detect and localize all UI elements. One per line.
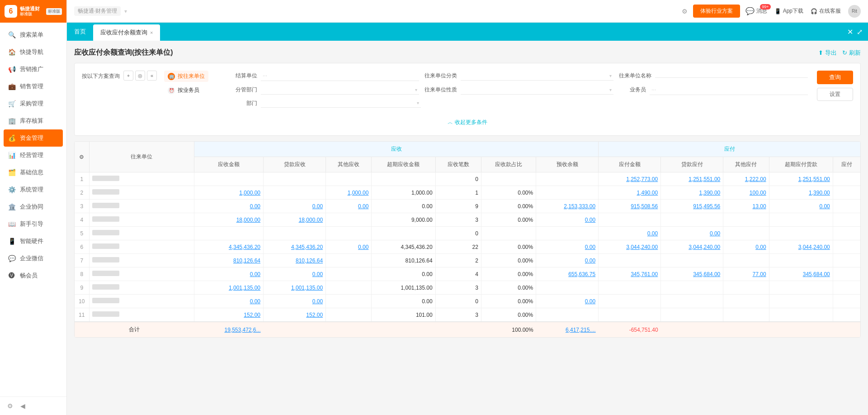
sidebar-item-corp[interactable]: 🏛️ 企业协同 bbox=[0, 198, 66, 215]
cell-link[interactable]: 0.00 bbox=[358, 203, 368, 210]
cell-link[interactable]: 0.00 bbox=[312, 271, 323, 277]
cell-link[interactable]: 100.00 bbox=[750, 190, 766, 196]
cell-link[interactable]: 0.00 bbox=[312, 298, 323, 305]
dept-label: 分管部门 bbox=[230, 86, 257, 94]
sidebar-item-sales[interactable]: 💼 销售管理 bbox=[0, 78, 66, 95]
branch-dept-input[interactable]: ▾ bbox=[261, 99, 421, 108]
cell-link[interactable]: 0.00 bbox=[250, 271, 260, 277]
refresh-button[interactable]: ↻ 刷新 bbox=[842, 49, 861, 57]
gear-icon[interactable]: ⚙ bbox=[682, 8, 688, 15]
cell-link[interactable]: 3,044,240.00 bbox=[798, 244, 830, 250]
settlement-unit-input[interactable]: ··· bbox=[261, 71, 419, 81]
cell-link[interactable]: 4,345,436.20 bbox=[229, 244, 260, 250]
cell-link[interactable]: 0.00 bbox=[358, 244, 368, 250]
tab-close-icon[interactable]: × bbox=[150, 30, 153, 35]
cell-link[interactable]: 3,044,240.00 bbox=[689, 244, 720, 250]
cell-link[interactable]: 1,001,135.00 bbox=[291, 285, 323, 291]
cell-link[interactable]: 1,390.00 bbox=[699, 190, 721, 196]
loan-receivable: 1,001,135.00 bbox=[264, 281, 326, 295]
cell-link[interactable]: 1,490.00 bbox=[637, 190, 658, 196]
collapse-sidebar-icon[interactable]: ◀ bbox=[20, 402, 25, 410]
filter-collapse-button[interactable]: « bbox=[147, 71, 157, 81]
sidebar-item-member[interactable]: 🅥 畅会员 bbox=[0, 267, 66, 284]
cell-link[interactable]: 0.00 bbox=[710, 230, 720, 237]
unit-category-input[interactable]: ▾ bbox=[461, 72, 613, 81]
unit-name-input[interactable] bbox=[655, 74, 808, 78]
salesman-input[interactable]: ··· bbox=[650, 85, 808, 95]
sidebar-item-basic[interactable]: 🗂️ 基础信息 bbox=[0, 164, 66, 181]
cell-link[interactable]: 77.00 bbox=[753, 271, 766, 277]
cell-link[interactable]: 915,495.56 bbox=[693, 203, 720, 210]
cell-link[interactable]: 2,153,333.00 bbox=[564, 203, 595, 210]
close-window-icon[interactable]: ✕ bbox=[847, 28, 853, 36]
online-service-button[interactable]: 🎧 在线客服 bbox=[811, 7, 841, 15]
sidebar-item-operation[interactable]: 📊 经营管理 bbox=[0, 147, 66, 164]
th-settings[interactable]: ⚙ bbox=[75, 142, 89, 172]
sidebar-item-wechat[interactable]: 💬 企业微信 bbox=[0, 250, 66, 267]
unit-nature-input[interactable]: ▾ bbox=[461, 86, 613, 95]
cell-link[interactable]: 810,126.64 bbox=[233, 258, 260, 264]
dept-input[interactable]: ▾ bbox=[261, 86, 419, 95]
cell-link[interactable]: 0.00 bbox=[312, 203, 323, 210]
sidebar-item-guide[interactable]: 📖 新手引导 bbox=[0, 215, 66, 233]
tab-home[interactable]: 首页 bbox=[67, 23, 93, 41]
cell-link[interactable]: 0.00 bbox=[585, 217, 595, 223]
cell-link[interactable]: 1,251,551.00 bbox=[689, 176, 720, 182]
app-download-button[interactable]: 📱 App下载 bbox=[774, 7, 803, 15]
tab-ar-ap-query[interactable]: 应收应付余额查询 × bbox=[93, 24, 160, 41]
cell-link[interactable]: 0.00 bbox=[585, 298, 595, 305]
cell-link[interactable]: 152.00 bbox=[306, 312, 323, 318]
blurred-cell bbox=[92, 216, 119, 222]
cell-link[interactable]: 0.00 bbox=[647, 230, 658, 237]
sidebar-item-inventory[interactable]: 🏢 库存核算 bbox=[0, 112, 66, 129]
filter-option-by-salesman[interactable]: ⏰ 按业务员 bbox=[164, 85, 208, 96]
setting-button[interactable]: 设置 bbox=[817, 88, 853, 101]
sidebar-item-system[interactable]: ⚙️ 系统管理 bbox=[0, 181, 66, 198]
cell-link[interactable]: 13.00 bbox=[753, 203, 766, 210]
footer-receivable-total[interactable]: 19,553,472,6... bbox=[194, 322, 264, 337]
sidebar-item-search[interactable]: 🔍 搜索菜单 bbox=[0, 26, 66, 43]
fullscreen-icon[interactable]: ⤢ bbox=[857, 28, 863, 36]
sidebar-item-purchase[interactable]: 🛒 采购管理 bbox=[0, 95, 66, 112]
export-button[interactable]: ⬆ 导出 bbox=[818, 49, 837, 57]
cell-link[interactable]: 1,251,551.00 bbox=[798, 176, 830, 182]
cell-link[interactable]: 345,761.00 bbox=[631, 271, 658, 277]
cell-link[interactable]: 4,345,436.20 bbox=[291, 244, 323, 250]
industry-solution-button[interactable]: 体验行业方案 bbox=[693, 5, 740, 18]
cell-link[interactable]: 0.00 bbox=[250, 298, 260, 305]
cell-link[interactable]: 0.00 bbox=[585, 258, 595, 264]
sidebar-item-hardware[interactable]: 📱 智能硬件 bbox=[0, 233, 66, 250]
filter-settings-button[interactable]: ◎ bbox=[135, 71, 145, 81]
sidebar-item-finance[interactable]: 💰 资金管理 bbox=[4, 129, 63, 147]
collapse-more-conditions-button[interactable]: ︿ 收起更多条件 bbox=[82, 117, 853, 128]
cell-link[interactable]: 915,508.56 bbox=[631, 203, 658, 210]
cell-link[interactable]: 1,252,773.00 bbox=[626, 176, 658, 182]
cell-link[interactable]: 1,222.00 bbox=[745, 176, 766, 182]
cell-link[interactable]: 1,000.00 bbox=[348, 190, 369, 196]
sidebar-item-quicknav[interactable]: 🏠 快捷导航 bbox=[0, 43, 66, 61]
cell-link[interactable]: 0.00 bbox=[250, 203, 260, 210]
avatar[interactable]: Rit bbox=[848, 5, 861, 18]
filter-option-by-unit[interactable]: 🏢 按往来单位 bbox=[164, 71, 208, 82]
footer-prepaid-balance[interactable]: 6,417,215.... bbox=[536, 322, 599, 337]
cell-link[interactable]: 0.00 bbox=[755, 244, 766, 250]
settings-icon[interactable]: ⚙ bbox=[7, 402, 13, 410]
cell-link[interactable]: 1,000.00 bbox=[239, 190, 260, 196]
cell-link[interactable]: 18,000.00 bbox=[299, 217, 323, 223]
query-button[interactable]: 查询 bbox=[817, 71, 853, 84]
cell-link[interactable]: 3,044,240.00 bbox=[626, 244, 658, 250]
cell-link[interactable]: 0.00 bbox=[585, 244, 595, 250]
add-filter-button[interactable]: + bbox=[123, 71, 133, 81]
cell-link[interactable]: 152.00 bbox=[244, 312, 260, 318]
message-button[interactable]: 💬 消息 99+ bbox=[745, 7, 767, 15]
cell-link[interactable]: 0.00 bbox=[819, 203, 830, 210]
payable-amt: 915,508.56 bbox=[599, 200, 661, 213]
cell-link[interactable]: 1,390.00 bbox=[809, 190, 830, 196]
cell-link[interactable]: 345,684.00 bbox=[803, 271, 830, 277]
cell-link[interactable]: 345,684.00 bbox=[693, 271, 720, 277]
sidebar-item-marketing[interactable]: 📢 营销推广 bbox=[0, 61, 66, 78]
cell-link[interactable]: 810,126.64 bbox=[296, 258, 323, 264]
cell-link[interactable]: 18,000.00 bbox=[236, 217, 260, 223]
cell-link[interactable]: 1,001,135.00 bbox=[229, 285, 260, 291]
cell-link[interactable]: 655,636.75 bbox=[568, 271, 595, 277]
